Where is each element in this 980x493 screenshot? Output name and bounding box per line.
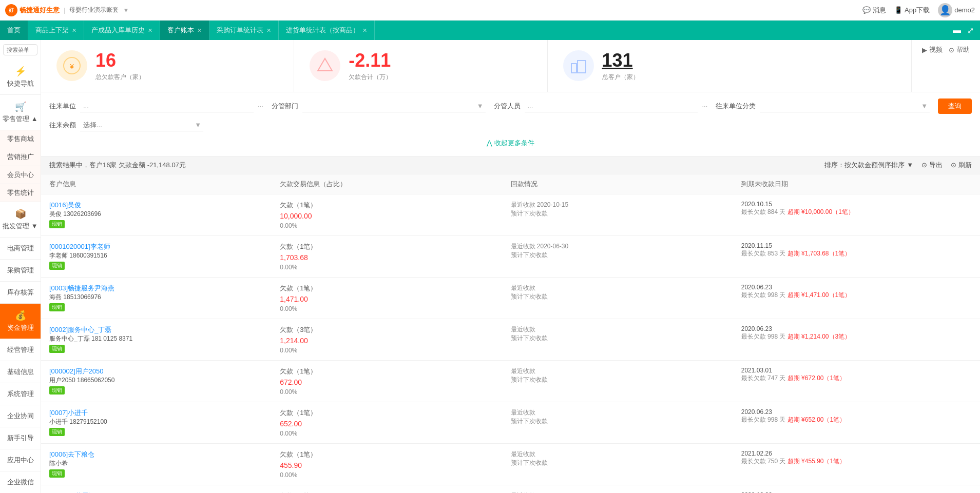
tab-customer-account-label: 客户账本	[167, 26, 194, 35]
sidebar-item-finance[interactable]: 💰 资金管理	[0, 304, 41, 339]
overdue-link-6[interactable]: 超期 ¥455.90（1笔）	[787, 458, 846, 465]
customer-badge-3: 现销	[49, 345, 65, 353]
tab-product-status-close[interactable]: ✕	[72, 27, 76, 34]
filter-department-dropdown[interactable]: ▼	[302, 100, 486, 112]
tab-product-status[interactable]: 商品上下架 ✕	[28, 21, 84, 40]
overdue-link-0[interactable]: 超期 ¥10,000.00（1笔）	[787, 208, 854, 215]
sidebar-item-quick-nav[interactable]: ⚡ 快捷导航	[0, 60, 41, 95]
filter-from-unit: 往来单位 ···	[49, 100, 263, 112]
table-row[interactable]: [0002]服务中心_丁磊 服务中心_丁磊 181 0125 8371 现销 欠…	[41, 319, 980, 361]
collection-latest-6: 最近收款	[511, 450, 741, 459]
user-menu[interactable]: 👤 demo2	[938, 3, 975, 17]
filter-from-unit-input[interactable]	[80, 100, 254, 112]
sidebar-item-basic-info[interactable]: 基础信息	[0, 361, 41, 383]
tab-instock-stat[interactable]: 进货单统计表（按商品） ✕	[279, 21, 375, 40]
overdue-link-5[interactable]: 超期 ¥652.00（1笔）	[787, 416, 846, 423]
tab-home[interactable]: 首页	[0, 21, 28, 40]
tab-customer-account-close[interactable]: ✕	[197, 27, 202, 34]
message-btn[interactable]: 💬 消息	[862, 6, 886, 15]
table-row[interactable]: [0003]畅捷服务尹海燕 海燕 18513066976 现销 欠款（1笔） 1…	[41, 278, 980, 319]
video-btn[interactable]: ▶ 视频	[922, 45, 943, 54]
filter-from-unit-dots[interactable]: ···	[258, 102, 263, 110]
customer-code-5[interactable]: [0007]小进千	[49, 408, 280, 418]
stat-card-debt-amount: -2.11 欠款合计（万）	[294, 40, 547, 92]
customer-badge-6: 现销	[49, 469, 65, 478]
filter-balance-input[interactable]	[80, 119, 203, 131]
logo-icon: 好	[5, 4, 17, 16]
tab-maximize-btn[interactable]: ⤢	[965, 25, 976, 36]
sidebar-item-label: 零售统计	[7, 188, 34, 198]
sidebar-item-new-guide[interactable]: 新手引导	[0, 427, 41, 449]
collection-next-3: 预计下次收款	[511, 334, 741, 343]
collection-latest-0: 最近收款 2020-10-15	[511, 201, 741, 209]
sidebar-item-retail-mgmt[interactable]: 🛒 零售管理 ▲	[0, 95, 41, 130]
tab-minimize-btn[interactable]: ▬	[951, 25, 963, 36]
tab-purchase-order-close[interactable]: ✕	[266, 27, 271, 34]
overdue-link-2[interactable]: 超期 ¥1,471.00（1笔）	[787, 291, 851, 299]
tab-product-history-close[interactable]: ✕	[148, 27, 152, 34]
sidebar-item-retail-mall[interactable]: 零售商城	[0, 130, 41, 148]
tab-purchase-order[interactable]: 采购订单统计表 ✕	[209, 21, 279, 40]
stats-bar: ¥ 16 总欠款客户（家） -2.11 欠款合计（万）	[41, 40, 980, 92]
customer-code-0[interactable]: [0016]吴俊	[49, 201, 280, 210]
sidebar-item-system[interactable]: 系统管理	[0, 383, 41, 405]
sidebar-item-label: 批发管理 ▼	[3, 222, 37, 231]
export-icon: ⊙	[921, 161, 927, 169]
cell-collection-7: 最近收款 预计下次收款	[511, 491, 741, 493]
customer-code-1[interactable]: [0001020001]李老师	[49, 242, 280, 251]
tab-customer-account[interactable]: 客户账本 ✕	[160, 21, 209, 40]
customer-code-7[interactable]: [000001]黄思源	[49, 491, 280, 493]
sidebar-item-member-center[interactable]: 会员中心	[0, 166, 41, 184]
table-row[interactable]: [0007]小进千 小进千 18279152100 现销 欠款（1笔） 652.…	[41, 402, 980, 444]
filter-department-input[interactable]	[302, 100, 486, 112]
overdue-link-1[interactable]: 超期 ¥1,703.68（1笔）	[787, 250, 851, 257]
search-button[interactable]: 查询	[938, 98, 972, 114]
cell-collection-2: 最近收款 预计下次收款	[511, 284, 741, 301]
app-download-btn[interactable]: 📱 App下载	[894, 6, 930, 15]
tab-bar: 首页 商品上下架 ✕ 产成品入库单历史 ✕ 客户账本 ✕ 采购订单统计表 ✕ 进…	[0, 21, 980, 40]
tab-product-history[interactable]: 产成品入库单历史 ✕	[84, 21, 160, 40]
company-dropdown[interactable]: ▼	[123, 7, 129, 14]
sidebar-item-marketing[interactable]: 营销推广	[0, 148, 41, 166]
sort-arrow-icon: ▼	[907, 161, 913, 169]
filter-unit-category-input[interactable]	[760, 100, 930, 112]
customer-code-2[interactable]: [0003]畅捷服务尹海燕	[49, 284, 280, 293]
filter-balance-dropdown[interactable]: ▼	[80, 119, 203, 131]
export-btn[interactable]: ⊙ 导出	[921, 161, 943, 170]
collapse-filter-btn[interactable]: ⋀ 收起更多条件	[49, 136, 972, 150]
filter-person-input[interactable]	[525, 100, 698, 112]
table-row[interactable]: [0006]去下粮仓 陈小希 现销 欠款（1笔） 455.90 0.00% 最近…	[41, 444, 980, 485]
svg-marker-2	[318, 58, 332, 71]
sidebar-item-batch-mgmt[interactable]: 📦 批发管理 ▼	[0, 202, 41, 238]
sidebar-search-input[interactable]	[3, 44, 37, 55]
sort-dropdown[interactable]: 排序：按欠款金额倒序排序 ▼	[824, 161, 913, 170]
table-row[interactable]: [0001020001]李老师 李老师 18600391516 现销 欠款（1笔…	[41, 236, 980, 278]
sidebar-item-inventory[interactable]: 库存核算	[0, 282, 41, 304]
refresh-btn[interactable]: ⊙ 刷新	[951, 161, 972, 170]
sidebar-item-app-center[interactable]: 应用中心	[0, 449, 41, 471]
customer-code-4[interactable]: [000002]用户2050	[49, 367, 280, 376]
overdue-link-3[interactable]: 超期 ¥1,214.00（3笔）	[787, 333, 851, 340]
debt-count-4: 欠款（1笔）	[280, 367, 510, 376]
help-btn[interactable]: ⊙ 帮助	[949, 45, 970, 54]
table-row[interactable]: [0016]吴俊 吴俊 13026203696 现销 欠款（1笔） 10,000…	[41, 194, 980, 236]
filter-person-dots[interactable]: ···	[702, 102, 707, 110]
overdue-link-4[interactable]: 超期 ¥672.00（1笔）	[787, 374, 846, 382]
sidebar-item-enterprise[interactable]: 企业协同	[0, 405, 41, 427]
table-body: [0016]吴俊 吴俊 13026203696 现销 欠款（1笔） 10,000…	[41, 194, 980, 493]
customer-code-6[interactable]: [0006]去下粮仓	[49, 450, 280, 459]
cell-customer-info-4: [000002]用户2050 用户2050 18665062050 现销	[49, 367, 280, 395]
debt-count-6: 欠款（1笔）	[280, 450, 510, 459]
table-row[interactable]: [000001]黄思源 黄思源 13552700226 现销 欠款（1笔） 42…	[41, 485, 980, 493]
sidebar-item-ecommerce[interactable]: 电商管理	[0, 238, 41, 260]
overdue-info-3: 最长欠款 998 天 超期 ¥1,214.00（3笔）	[741, 332, 972, 341]
sidebar-item-enterprise-wechat[interactable]: 企业微信	[0, 471, 41, 493]
filter-department: 分管部门 ▼	[272, 100, 486, 112]
sidebar-item-operation[interactable]: 经营管理	[0, 339, 41, 361]
sidebar-item-purchase[interactable]: 采购管理	[0, 260, 41, 282]
filter-unit-category-dropdown[interactable]: ▼	[760, 100, 930, 112]
customer-code-3[interactable]: [0002]服务中心_丁磊	[49, 325, 280, 334]
table-row[interactable]: [000002]用户2050 用户2050 18665062050 现销 欠款（…	[41, 361, 980, 402]
sidebar-item-retail-stats[interactable]: 零售统计	[0, 184, 41, 202]
tab-instock-stat-close[interactable]: ✕	[362, 27, 367, 34]
